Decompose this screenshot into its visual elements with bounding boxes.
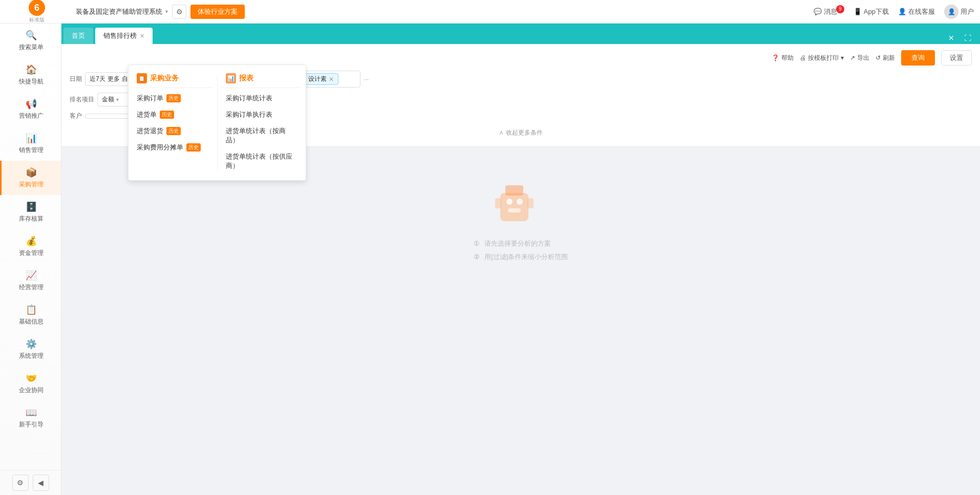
- app-download-btn[interactable]: 📱 App下载: [854, 7, 889, 16]
- dropdown-item-return[interactable]: 进货退货 历史: [133, 123, 213, 139]
- sidebar-item-system[interactable]: ⚙️ 系统管理: [0, 332, 61, 367]
- topbar: 6 标准版 装备及固定资产辅助管理系统 ▾ ⚙ 体验行业方案 💬 消息 9 📱 …: [0, 0, 980, 24]
- logo-area: 6 标准版: [6, 0, 68, 24]
- report-section-icon: 📊: [226, 73, 236, 83]
- tab-home[interactable]: 首页: [63, 28, 93, 44]
- tab-bar-actions: ✕ ⛶: [945, 32, 980, 44]
- print-dropdown-arrow: ▾: [841, 54, 844, 61]
- dropdown-item-inbound-stat-product[interactable]: 进货单统计表（按商品）: [222, 123, 302, 148]
- svg-rect-5: [495, 198, 501, 208]
- report-header: 📊 报表: [222, 71, 302, 88]
- refresh-btn[interactable]: ↺ 刷新: [876, 54, 895, 62]
- tab-bar: 首页 销售排行榜 ✕ ✕ ⛶: [61, 24, 980, 44]
- report-col: 📊 报表 采购订单统计表 采购订单执行表 进货单统计表（按商品） 进货单统计表（…: [218, 71, 306, 174]
- product-tag: 设计素 ✕: [304, 73, 338, 85]
- purchase-business-header: 📋 采购业务: [133, 71, 213, 88]
- dropdown-item-purchase-order[interactable]: 采购订单 历史: [133, 90, 213, 106]
- sidebar-bottom: ⚙ ◀: [0, 470, 61, 495]
- print-template-btn[interactable]: 🖨 按模板打印 ▾: [800, 54, 844, 62]
- notification-badge: 9: [836, 5, 844, 13]
- system-icon: ⚙️: [26, 338, 37, 350]
- svg-rect-4: [508, 208, 521, 212]
- sidebar-item-marketing[interactable]: 📢 营销推广: [0, 92, 61, 126]
- basic-info-icon: 📋: [26, 304, 37, 315]
- export-icon: ↗: [850, 54, 855, 61]
- headset-icon: 👤: [898, 8, 906, 15]
- collapse-sidebar-btn[interactable]: ◀: [33, 475, 49, 491]
- mobile-icon: 📱: [854, 8, 862, 15]
- sidebar-item-inventory[interactable]: 🗄️ 库存核算: [0, 195, 61, 229]
- svg-rect-6: [527, 198, 534, 208]
- system-name: 装备及固定资产辅助管理系统 ▾: [76, 7, 168, 16]
- home-icon: 🏠: [26, 64, 37, 75]
- history-badge-2: 历史: [166, 127, 181, 135]
- svg-rect-1: [505, 185, 523, 196]
- settings-icon[interactable]: ⚙: [172, 5, 186, 19]
- notifications-btn[interactable]: 💬 消息 9: [814, 7, 844, 16]
- logo-icon: 6: [29, 0, 45, 16]
- operations-icon: 📈: [26, 270, 37, 281]
- empty-hint-1: ① 请先选择要分析的方案: [474, 237, 568, 250]
- close-tab-action[interactable]: ✕: [945, 32, 957, 44]
- topbar-right: 💬 消息 9 📱 App下载 👤 在线客服 👤 用户: [814, 5, 974, 19]
- print-icon: 🖨: [800, 54, 806, 61]
- sidebar-item-finance[interactable]: 💰 资金管理: [0, 229, 61, 264]
- dropdown-item-purchase-expense[interactable]: 采购费用分摊单 历史: [133, 139, 213, 156]
- empty-hint-2: ② 用[过滤]条件来缩小分析范围: [474, 250, 568, 264]
- settings-button[interactable]: 设置: [941, 50, 972, 66]
- sidebar-item-operations[interactable]: 📈 经营管理: [0, 264, 61, 298]
- purchase-icon: 📦: [26, 167, 37, 178]
- settings-bottom-btn[interactable]: ⚙: [12, 475, 29, 491]
- purchase-business-col: 📋 采购业务 采购订单 历史 进货单 历史 进货退货 历史: [129, 71, 217, 174]
- online-service-btn[interactable]: 👤 在线客服: [898, 7, 935, 16]
- history-badge-3: 历史: [186, 143, 201, 152]
- enterprise-icon: 🤝: [26, 373, 37, 384]
- history-badge-1: 历史: [160, 111, 174, 119]
- date-more[interactable]: 更多: [108, 75, 120, 83]
- purchase-section-icon: 📋: [137, 73, 147, 83]
- user-btn[interactable]: 👤 用户: [944, 5, 974, 19]
- finance-icon: 💰: [26, 235, 37, 247]
- product-select[interactable]: 设计素 ✕: [299, 71, 360, 88]
- purchase-dropdown-menu: 📋 采购业务 采购订单 历史 进货单 历史 进货退货 历史: [128, 64, 306, 181]
- sidebar-item-guide[interactable]: 📖 新手引导: [0, 401, 61, 435]
- sidebar-item-search[interactable]: 🔍 搜索菜单: [0, 24, 61, 58]
- dropdown-item-purchase-order-stat[interactable]: 采购订单统计表: [222, 90, 302, 106]
- dropdown-item-purchase-order-exec[interactable]: 采购订单执行表: [222, 106, 302, 123]
- marketing-icon: 📢: [26, 98, 37, 110]
- svg-point-2: [506, 199, 513, 205]
- export-btn[interactable]: ↗ 导出: [850, 54, 869, 62]
- search-icon: 🔍: [26, 30, 37, 41]
- sidebar-item-quick-nav[interactable]: 🏠 快捷导航: [0, 58, 61, 92]
- svg-point-3: [517, 199, 523, 205]
- help-btn[interactable]: ❓ 帮助: [772, 54, 794, 62]
- avatar: 👤: [944, 5, 958, 19]
- dropdown-item-inbound[interactable]: 进货单 历史: [133, 106, 213, 123]
- sidebar: 🔍 搜索菜单 🏠 快捷导航 📢 营销推广 📊 销售管理 📦 采购管理 🗄️ 库存…: [0, 24, 61, 495]
- filter-toolbar: ❓ 帮助 🖨 按模板打印 ▾ ↗ 导出 ↺ 刷新: [70, 50, 972, 66]
- product-tag-close[interactable]: ✕: [329, 76, 334, 83]
- empty-hints: ① 请先选择要分析的方案 ② 用[过滤]条件来缩小分析范围: [474, 237, 568, 264]
- sidebar-item-sales[interactable]: 📊 销售管理: [0, 126, 61, 161]
- dropdown-item-inbound-stat-supplier[interactable]: 进货单统计表（按供应商）: [222, 148, 302, 174]
- sidebar-item-purchase[interactable]: 📦 采购管理: [0, 161, 61, 195]
- bell-icon: 💬: [814, 8, 822, 15]
- inventory-icon: 🗄️: [26, 201, 37, 212]
- logo-subtitle: 标准版: [29, 16, 45, 24]
- query-button[interactable]: 查询: [901, 50, 935, 66]
- empty-illustration: [490, 178, 551, 229]
- guide-icon: 📖: [26, 407, 37, 418]
- industry-button[interactable]: 体验行业方案: [190, 5, 245, 19]
- sidebar-item-enterprise[interactable]: 🤝 企业协同: [0, 367, 61, 401]
- history-badge-0: 历史: [166, 94, 181, 102]
- maximize-tab-action[interactable]: ⛶: [962, 32, 974, 44]
- help-icon: ❓: [772, 54, 779, 61]
- main-layout: 🔍 搜索菜单 🏠 快捷导航 📢 营销推广 📊 销售管理 📦 采购管理 🗄️ 库存…: [0, 24, 980, 495]
- product-more-dots[interactable]: ···: [364, 76, 369, 83]
- tab-close-icon[interactable]: ✕: [140, 33, 144, 39]
- sidebar-item-basic-info[interactable]: 📋 基础信息: [0, 298, 61, 332]
- tab-sales-ranking[interactable]: 销售排行榜 ✕: [95, 28, 153, 44]
- svg-rect-0: [500, 193, 528, 221]
- refresh-icon: ↺: [876, 54, 881, 61]
- system-dropdown-arrow[interactable]: ▾: [165, 9, 168, 14]
